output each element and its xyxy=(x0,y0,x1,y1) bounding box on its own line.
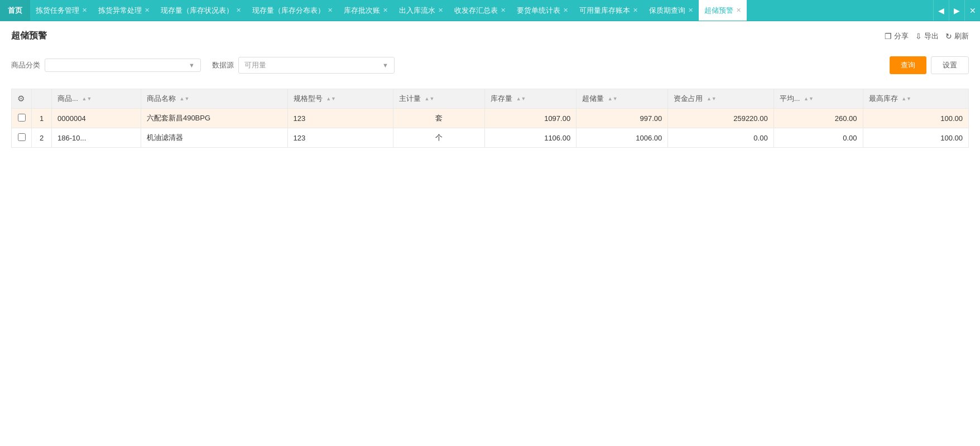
category-select[interactable]: ▼ xyxy=(45,59,201,72)
sort-stock-icon[interactable]: ▲▼ xyxy=(516,96,526,101)
sort-capital-icon[interactable]: ▲▼ xyxy=(707,96,717,101)
nav-tab-10[interactable]: 超储预警✕ xyxy=(699,0,747,21)
th-settings: ⚙ xyxy=(12,89,32,109)
nav-tab-close-1[interactable]: ✕ xyxy=(145,7,150,14)
sort-unit-icon[interactable]: ▲▼ xyxy=(425,96,435,101)
nav-tab-0[interactable]: 拣货任务管理✕ xyxy=(30,0,93,21)
th-spec: 规格型号 ▲▼ xyxy=(287,89,393,109)
filter-bar: 商品分类 ▼ 数据源 可用量 ▼ 查询 设置 xyxy=(11,51,969,80)
filter-actions: 查询 设置 xyxy=(890,56,969,74)
nav-more-btn[interactable]: ✕ xyxy=(964,0,980,21)
td-unit-0: 套 xyxy=(393,109,484,128)
td-stock-1: 1106.00 xyxy=(485,128,577,148)
th-capital: 资金占用 ▲▼ xyxy=(668,89,774,109)
nav-tab-close-0[interactable]: ✕ xyxy=(82,7,87,14)
refresh-btn[interactable]: ↻ 刷新 xyxy=(945,31,969,41)
nav-home-label: 首页 xyxy=(8,6,22,16)
th-over: 超储量 ▲▼ xyxy=(577,89,668,109)
th-capital-label: 资金占用 xyxy=(674,94,703,103)
sort-max-icon[interactable]: ▲▼ xyxy=(901,96,911,101)
nav-tab-6[interactable]: 收发存汇总表✕ xyxy=(449,0,511,21)
sort-spec-icon[interactable]: ▲▼ xyxy=(326,96,336,101)
nav-prev-btn[interactable]: ◀ xyxy=(933,0,949,21)
nav-tab-9[interactable]: 保质期查询✕ xyxy=(643,0,699,21)
datasource-filter-group: 数据源 可用量 ▼ xyxy=(212,57,395,74)
category-chevron-icon: ▼ xyxy=(189,62,195,69)
page-title: 超储预警 xyxy=(11,30,47,42)
th-code-label: 商品... xyxy=(57,94,78,103)
th-avg-label: 平均... xyxy=(780,94,800,103)
td-avg-1: 0.00 xyxy=(774,128,863,148)
row-checkbox-0[interactable] xyxy=(18,114,26,122)
nav-tab-2[interactable]: 现存量（库存状况表）✕ xyxy=(155,0,247,21)
nav-tab-5[interactable]: 出入库流水✕ xyxy=(393,0,449,21)
nav-tab-close-4[interactable]: ✕ xyxy=(383,7,388,14)
export-btn[interactable]: ⇩ 导出 xyxy=(915,31,939,41)
nav-tab-4[interactable]: 库存批次账✕ xyxy=(338,0,393,21)
query-button[interactable]: 查询 xyxy=(890,56,926,74)
share-icon: ❐ xyxy=(885,32,892,41)
share-label: 分享 xyxy=(894,31,909,41)
nav-tab-close-5[interactable]: ✕ xyxy=(438,7,443,14)
export-label: 导出 xyxy=(924,31,939,41)
nav-tab-1[interactable]: 拣货异常处理✕ xyxy=(93,0,155,21)
sort-avg-icon[interactable]: ▲▼ xyxy=(804,96,814,101)
td-max-1: 100.00 xyxy=(863,128,968,148)
td-over-1: 1006.00 xyxy=(577,128,668,148)
category-label: 商品分类 xyxy=(11,60,40,70)
sort-code-icon[interactable]: ▲▼ xyxy=(81,96,92,101)
td-num-1: 2 xyxy=(32,128,52,148)
settings-button[interactable]: 设置 xyxy=(931,56,969,74)
th-stock: 库存量 ▲▼ xyxy=(485,89,577,109)
td-spec-0: 123 xyxy=(287,109,393,128)
th-max: 最高库存 ▲▼ xyxy=(863,89,968,109)
share-btn[interactable]: ❐ 分享 xyxy=(885,31,909,41)
nav-tab-label-2: 现存量（库存状况表） xyxy=(161,6,233,16)
nav-next-btn[interactable]: ▶ xyxy=(949,0,964,21)
nav-tab-label-6: 收发存汇总表 xyxy=(454,6,498,16)
nav-tab-8[interactable]: 可用量库存账本✕ xyxy=(574,0,643,21)
th-stock-label: 库存量 xyxy=(491,94,512,103)
td-settings-0 xyxy=(12,109,32,128)
td-over-0: 997.00 xyxy=(577,109,668,128)
nav-tab-close-3[interactable]: ✕ xyxy=(328,7,333,14)
th-name-label: 商品名称 xyxy=(147,94,176,103)
datasource-select[interactable]: 可用量 ▼ xyxy=(238,57,395,74)
nav-tab-label-3: 现存量（库存分布表） xyxy=(252,6,325,16)
th-unit: 主计量 ▲▼ xyxy=(393,89,484,109)
th-num xyxy=(32,89,52,109)
nav-tab-7[interactable]: 要货单统计表✕ xyxy=(511,0,574,21)
row-checkbox-1[interactable] xyxy=(18,133,26,141)
th-max-label: 最高库存 xyxy=(869,94,898,103)
table-row: 1 0000004 六配套新昌490BPG 123 套 1097.00 997.… xyxy=(12,109,969,128)
th-spec-label: 规格型号 xyxy=(294,94,323,103)
nav-tabs: 拣货任务管理✕拣货异常处理✕现存量（库存状况表）✕现存量（库存分布表）✕库存批次… xyxy=(30,0,747,21)
nav-tab-label-9: 保质期查询 xyxy=(649,6,685,16)
td-name-0: 六配套新昌490BPG xyxy=(141,109,287,128)
nav-tab-3[interactable]: 现存量（库存分布表）✕ xyxy=(247,0,338,21)
nav-home[interactable]: 首页 xyxy=(0,0,30,21)
nav-tab-close-10[interactable]: ✕ xyxy=(736,7,741,14)
refresh-label: 刷新 xyxy=(954,31,969,41)
nav-tab-label-0: 拣货任务管理 xyxy=(36,6,79,16)
nav-tab-close-7[interactable]: ✕ xyxy=(563,7,568,14)
table-header: ⚙ 商品... ▲▼ 商品名称 ▲▼ 规格型号 ▲▼ 主计量 ▲▼ xyxy=(12,89,969,109)
td-capital-1: 0.00 xyxy=(668,128,774,148)
nav-tab-close-2[interactable]: ✕ xyxy=(236,7,241,14)
page-header: 超储预警 ❐ 分享 ⇩ 导出 ↻ 刷新 xyxy=(11,30,969,42)
data-table: ⚙ 商品... ▲▼ 商品名称 ▲▼ 规格型号 ▲▼ 主计量 ▲▼ xyxy=(11,89,969,148)
td-unit-1: 个 xyxy=(393,128,484,148)
gear-icon[interactable]: ⚙ xyxy=(17,94,25,103)
nav-tab-close-8[interactable]: ✕ xyxy=(633,7,638,14)
td-avg-0: 260.00 xyxy=(774,109,863,128)
nav-tab-label-7: 要货单统计表 xyxy=(517,6,560,16)
sort-name-icon[interactable]: ▲▼ xyxy=(180,96,190,101)
td-code-0: 0000004 xyxy=(52,109,141,128)
export-icon: ⇩ xyxy=(915,32,922,41)
nav-tab-label-4: 库存批次账 xyxy=(344,6,380,16)
sort-over-icon[interactable]: ▲▼ xyxy=(608,96,618,101)
nav-tab-close-9[interactable]: ✕ xyxy=(688,7,693,14)
th-unit-label: 主计量 xyxy=(399,94,421,103)
nav-tab-close-6[interactable]: ✕ xyxy=(501,7,506,14)
td-capital-0: 259220.00 xyxy=(668,109,774,128)
